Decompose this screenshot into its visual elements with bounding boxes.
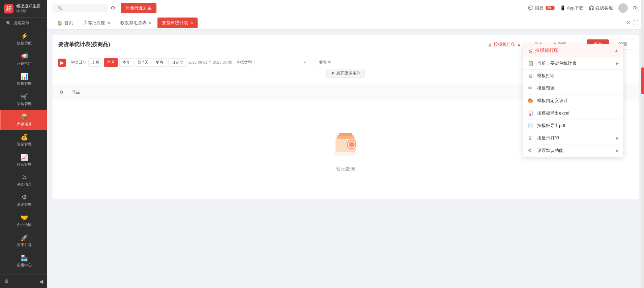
- sidebar-item-label: 企业协同: [17, 222, 32, 227]
- topbar-left: 🔍 ⚙ 体验行业方案: [53, 3, 528, 13]
- export-excel-item[interactable]: 📊 按模板导出excel: [523, 107, 623, 120]
- sidebar-item-wechat[interactable]: 💬 企业微信: [0, 271, 47, 275]
- sidebar-item-inventory[interactable]: 📦 库存核算: [0, 110, 47, 130]
- doc-type-select[interactable]: ▼: [254, 59, 315, 66]
- online-service-label: 在线客服: [595, 5, 613, 11]
- svg-rect-3: [339, 133, 352, 136]
- tab-batch-account-label: 库存批次账: [83, 20, 105, 26]
- trial-button[interactable]: 体验行业方案: [121, 3, 156, 13]
- export-pdf-icon: 📄: [528, 123, 534, 128]
- tab-revenue-summary[interactable]: 收发存汇总表 ✕: [116, 18, 156, 28]
- template-print-item[interactable]: 🖨 模板打印: [523, 70, 623, 82]
- template-preview-item[interactable]: 👁 模板预览: [523, 82, 623, 95]
- current-item-arrow-icon: ▶: [616, 61, 619, 66]
- app-name: 畅捷通好生意: [16, 4, 40, 9]
- current-template-item[interactable]: 📋 当前：要货单统计表 ▶: [523, 57, 623, 70]
- settings-bottom-icon[interactable]: ⚙: [4, 278, 9, 285]
- tab-batch-account[interactable]: 库存批次账 ✕: [79, 18, 115, 28]
- default-function-icon: ⚙: [528, 148, 534, 153]
- online-service-button[interactable]: 🎧 在线客服: [589, 5, 613, 11]
- sidebar-item-sales[interactable]: 📊 销售管理: [0, 69, 47, 90]
- export-pdf-item[interactable]: 📄 按模板导出pdf: [523, 120, 623, 132]
- topbar-settings-icon[interactable]: ⚙: [111, 5, 115, 11]
- sidebar-item-label: 新手引导: [17, 243, 32, 248]
- topbar-search-icon: 🔍: [58, 6, 63, 10]
- search-icon: 🔍: [6, 21, 11, 26]
- sidebar-item-label: 销售管理: [17, 81, 32, 86]
- topbar-right: 💬 消息 99+ 📱 App下载 🎧 在线客服 Rit: [528, 3, 639, 13]
- recent7-btn[interactable]: 近7天: [135, 58, 151, 67]
- tab-batch-account-close[interactable]: ✕: [107, 21, 110, 25]
- tab-expand-icon[interactable]: ⛶: [633, 20, 639, 26]
- template-preview-label: 模板预览: [537, 85, 555, 91]
- display-print-label: 按显示打印: [537, 135, 559, 141]
- expand-filters-button[interactable]: ▶: [58, 59, 66, 67]
- current-year-btn[interactable]: 本年: [119, 58, 134, 67]
- display-print-section[interactable]: 🖥 按显示打印 ▶: [523, 132, 623, 145]
- app-download-label: App下载: [567, 5, 583, 11]
- empty-icon: ?: [329, 127, 362, 161]
- tab-order-stats-label: 要货单统计表: [162, 20, 188, 26]
- app-download-icon: 📱: [560, 5, 565, 10]
- cooperation-icon: 🤝: [21, 214, 28, 221]
- logo-icon: 好: [4, 4, 13, 13]
- more-date-btn[interactable]: 更多: [153, 58, 167, 67]
- sidebar-item-finance[interactable]: 💰 资金管理: [0, 130, 47, 150]
- sidebar-item-quick-nav[interactable]: ⚡ 快捷导航: [0, 29, 47, 49]
- inventory-icon: 📦: [21, 113, 28, 121]
- sidebar-item-basic[interactable]: 🗂 基础信息: [0, 170, 47, 190]
- message-button[interactable]: 💬 消息 99+: [528, 5, 555, 11]
- th-settings[interactable]: ⚙: [57, 88, 69, 97]
- current-month-btn[interactable]: 本月: [104, 58, 118, 67]
- system-icon: ⚙: [22, 194, 27, 201]
- sidebar-item-appstore[interactable]: 🏪 应用中心: [0, 251, 47, 271]
- app-version: 标准版: [16, 9, 40, 13]
- user-avatar[interactable]: [618, 3, 628, 13]
- print-template-button[interactable]: 🖨 按模板打印 ▲: [485, 40, 524, 49]
- expand-more-label: 展开更多条件: [336, 70, 360, 76]
- date-range-display: 2023-06-01 至 2023-06-30: [188, 60, 232, 65]
- sidebar-item-cooperation[interactable]: 🤝 企业协同: [0, 211, 47, 231]
- prev-month-btn[interactable]: 上月: [88, 58, 103, 67]
- template-print-label: 模板打印: [537, 73, 555, 79]
- collapse-icon[interactable]: ◀: [39, 278, 43, 285]
- sidebar-item-label: 基础信息: [17, 182, 32, 187]
- dropdown-header: 🖨 按模板打印 ▲: [523, 44, 623, 57]
- sidebar-nav: ⚡ 快捷导航 📢 营销推广 📊 销售管理 🛒 采购管理 📦 库存核算 💰 资金管…: [0, 29, 47, 275]
- sidebar-item-operations[interactable]: 📈 经营管理: [0, 150, 47, 170]
- expand-more-button[interactable]: ▼ 展开更多条件: [326, 69, 365, 78]
- default-function-label: 设置默认功能: [537, 148, 563, 154]
- expand-down-icon: ▼: [331, 71, 335, 76]
- topbar: 🔍 ⚙ 体验行业方案 💬 消息 99+ 📱 App下载 🎧 在线客服 Rit: [47, 0, 644, 16]
- dropdown-close-button[interactable]: ▲: [614, 48, 619, 53]
- tab-order-stats-close[interactable]: ✕: [190, 21, 193, 25]
- home-icon: 🏠: [57, 21, 62, 26]
- right-scrollbar[interactable]: [641, 0, 644, 288]
- app-download-button[interactable]: 📱 App下载: [560, 5, 583, 11]
- date-buttons: 上月 本月 本年 近7天 更多 自定义: [88, 58, 186, 67]
- search-menu[interactable]: 🔍 搜索菜单: [0, 18, 47, 29]
- finance-icon: 💰: [21, 133, 28, 141]
- basic-icon: 🗂: [21, 174, 27, 181]
- sidebar-item-purchase[interactable]: 🛒 采购管理: [0, 90, 47, 110]
- app-logo: 好 畅捷通好生意 标准版: [0, 0, 47, 18]
- sidebar-item-system[interactable]: ⚙ 系统管理: [0, 190, 47, 211]
- template-design-item[interactable]: 🎨 模板自定义设计: [523, 95, 623, 107]
- tab-close-window-icon[interactable]: ✕: [626, 20, 631, 26]
- tab-revenue-summary-close[interactable]: ✕: [149, 21, 152, 25]
- template-preview-icon: 👁: [528, 86, 534, 91]
- doc-type-label: 单据类型: [236, 60, 252, 65]
- tab-order-stats[interactable]: 要货单统计表 ✕: [157, 18, 198, 28]
- topbar-search-box[interactable]: 🔍: [53, 4, 107, 12]
- display-print-icon: 🖥: [528, 135, 534, 141]
- operations-icon: 📈: [21, 154, 28, 161]
- custom-date-btn[interactable]: 自定义: [168, 58, 186, 67]
- sidebar-item-guide[interactable]: 🚀 新手引导: [0, 231, 47, 251]
- tab-home[interactable]: 🏠 首页: [53, 18, 78, 28]
- dropdown-title: 🖨 按模板打印: [528, 47, 559, 54]
- date-filter-group: 单据日期 上月 本月 本年 近7天 更多 自定义 2023-06-01 至 20…: [70, 58, 232, 67]
- sidebar-item-label: 应用中心: [17, 263, 32, 268]
- username-label: Rit: [633, 5, 639, 10]
- sidebar-item-marketing[interactable]: 📢 营销推广: [0, 49, 47, 69]
- default-function-section[interactable]: ⚙ 设置默认功能 ▶: [523, 145, 623, 157]
